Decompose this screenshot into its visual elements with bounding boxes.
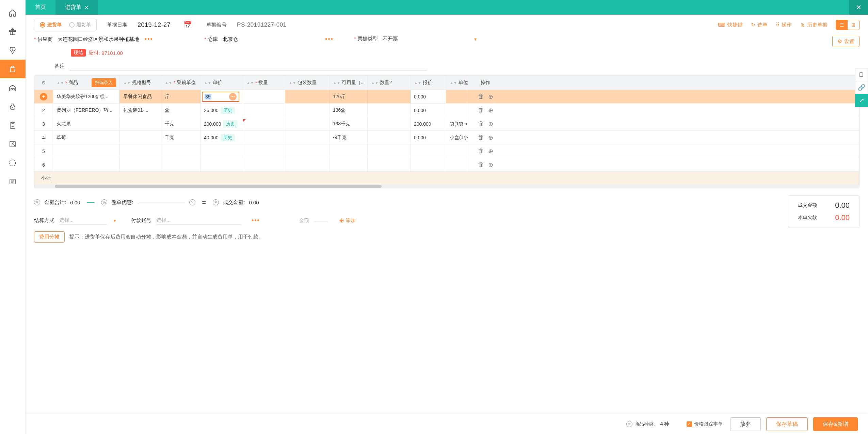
calendar-icon[interactable]: 📅 — [183, 21, 192, 29]
cell-quote[interactable]: 0.000 — [411, 104, 446, 117]
cell-unit[interactable]: 斤 — [161, 90, 200, 103]
cell-qty2[interactable] — [368, 131, 411, 144]
cell-price[interactable]: 35••• — [200, 90, 243, 103]
delete-icon[interactable]: 🗑 — [478, 148, 484, 155]
cell-unit[interactable]: 千克 — [161, 117, 200, 130]
cell-qty[interactable] — [243, 131, 285, 144]
col-price[interactable]: ▲▼单价 — [200, 76, 243, 90]
contacts-icon[interactable] — [0, 135, 26, 153]
remark-input[interactable] — [69, 62, 427, 71]
cell-price[interactable]: 40.000历史 — [200, 131, 243, 144]
col-qty2[interactable]: ▲▼数量2 — [368, 76, 411, 90]
close-app-icon[interactable]: × — [849, 0, 868, 15]
copy-icon[interactable]: ⊕ — [488, 107, 493, 114]
table-row[interactable]: + 华美华夫软饼1200g 糕... 早餐休闲食品 斤 35••• 126斤 0… — [34, 90, 859, 104]
copy-icon[interactable]: ⊕ — [488, 161, 493, 169]
cell-unit2[interactable] — [446, 90, 468, 103]
new-icon[interactable]: 新 — [0, 172, 26, 191]
delete-icon[interactable]: 🗑 — [478, 120, 484, 127]
cell-quote[interactable]: 0.000 — [411, 131, 446, 144]
cell-qty[interactable] — [243, 104, 285, 117]
expand-icon[interactable]: ⤢ — [855, 94, 868, 107]
ops-link[interactable]: ⠿操作 — [776, 22, 792, 28]
sync-icon[interactable] — [0, 153, 26, 172]
view-list-icon[interactable]: ☰ — [836, 20, 848, 30]
home-icon[interactable] — [0, 3, 26, 22]
add-row-icon[interactable]: + — [40, 93, 47, 100]
select-order-link[interactable]: ↻选单 — [751, 22, 768, 28]
cell-spec[interactable]: 早餐休闲食品 — [120, 90, 161, 103]
history-tag[interactable]: 历史 — [223, 120, 238, 128]
cell-spec[interactable] — [120, 131, 161, 144]
amount-input[interactable] — [314, 220, 327, 221]
table-row[interactable]: 6 🗑⊕ — [34, 158, 859, 172]
cell-product[interactable]: 火龙果 — [53, 117, 120, 130]
note-icon[interactable]: 🗒 — [855, 68, 868, 81]
table-row[interactable]: 5 🗑⊕ — [34, 144, 859, 158]
radio-purchase[interactable]: 进货单 — [40, 22, 62, 28]
view-grid-icon[interactable]: ⊞ — [848, 20, 859, 30]
cell-spec[interactable] — [120, 117, 161, 130]
warehouse-icon[interactable] — [0, 78, 26, 97]
delete-icon[interactable]: 🗑 — [478, 161, 484, 168]
cell-qty[interactable] — [243, 90, 285, 103]
price-input[interactable]: 35••• — [202, 92, 239, 102]
save-draft-button[interactable]: 保存草稿 — [766, 417, 808, 431]
tab-home[interactable]: 首页 — [26, 0, 55, 15]
cell-unit2[interactable]: 小盒(1小 — [446, 131, 468, 144]
save-new-button[interactable]: 保存&新增 — [813, 417, 858, 431]
chevron-down-icon[interactable]: ▾ — [114, 218, 116, 223]
table-row[interactable]: 3 火龙果 千克 200.000历史 198千克 200.000 袋(1袋 ≈ … — [34, 117, 859, 131]
cell-qty2[interactable] — [368, 104, 411, 117]
warehouse-value[interactable]: 北京仓 — [223, 36, 238, 43]
col-spec[interactable]: ▲▼规格型号 — [120, 76, 161, 90]
settings-button[interactable]: ⚙设置 — [832, 36, 859, 47]
supplier-value[interactable]: 大连花园口经济区景和水果种植基地 — [58, 36, 139, 43]
cell-pkg[interactable] — [285, 90, 329, 103]
cell-unit[interactable]: 千克 — [161, 131, 200, 144]
delete-icon[interactable]: 🗑 — [478, 134, 484, 141]
cell-quote[interactable]: 0.000 — [411, 90, 446, 103]
cell-product[interactable] — [53, 158, 120, 171]
radio-return[interactable]: 退货单 — [69, 22, 91, 28]
cell-pkg[interactable] — [285, 104, 329, 117]
col-unit[interactable]: ▲▼*采购单位 — [161, 76, 200, 90]
col-avail[interactable]: ▲▼可用量（... — [329, 76, 368, 90]
supplier-more-icon[interactable]: ••• — [145, 36, 153, 43]
cell-qty2[interactable] — [368, 90, 411, 103]
add-payment-link[interactable]: ⊕添加 — [339, 217, 356, 224]
cell-price[interactable]: 26.000历史 — [200, 104, 243, 117]
cell-unit2[interactable] — [446, 104, 468, 117]
billtype-value[interactable]: 不开票 — [383, 36, 398, 42]
copy-icon[interactable]: ⊕ — [488, 148, 493, 155]
chevron-down-icon[interactable]: ▾ — [474, 36, 477, 42]
cell-product[interactable] — [53, 144, 120, 158]
method-select[interactable]: 选择... — [59, 216, 107, 224]
cell-unit2[interactable]: 袋(1袋 ≈ — [446, 117, 468, 130]
history-tag[interactable]: 历史 — [221, 134, 235, 141]
account-select[interactable]: 选择... — [156, 216, 241, 224]
bag-icon[interactable] — [0, 60, 26, 78]
tab-purchase[interactable]: 进货单× — [55, 0, 98, 15]
price-more-icon[interactable]: ••• — [229, 93, 237, 100]
copy-icon[interactable]: ⊕ — [488, 120, 493, 128]
fee-allocate-button[interactable]: 费用分摊 — [34, 231, 65, 243]
cell-product[interactable]: 费列罗（FERRERO）巧... — [53, 104, 120, 117]
col-unit2[interactable]: ▲▼单位2 — [446, 76, 468, 90]
cell-spec[interactable]: 礼盒装01-... — [120, 104, 161, 117]
cell-price[interactable]: 200.000历史 — [200, 117, 243, 130]
col-qty[interactable]: ▲▼*数量 — [243, 76, 285, 90]
track-checkbox[interactable]: ✓价格跟踪本单 — [687, 421, 723, 427]
close-icon[interactable]: × — [85, 4, 89, 11]
history-link[interactable]: 🗎历史单据 — [800, 22, 827, 28]
col-product[interactable]: ▲▼*商品扫码录入 — [53, 76, 120, 90]
gear-col[interactable]: ⚙ — [34, 76, 53, 90]
cell-quote[interactable]: 200.000 — [411, 117, 446, 130]
discard-button[interactable]: 放弃 — [730, 417, 761, 431]
cell-pkg[interactable] — [285, 131, 329, 144]
delete-icon[interactable]: 🗑 — [478, 107, 484, 114]
table-row[interactable]: 2 费列罗（FERRERO）巧... 礼盒装01-... 盒 26.000历史 … — [34, 104, 859, 117]
account-more-icon[interactable]: ••• — [252, 217, 260, 224]
warehouse-more-icon[interactable]: ••• — [325, 36, 334, 43]
table-row[interactable]: 4 草莓 千克 40.000历史 -9千克 0.000 小盒(1小 🗑⊕ — [34, 131, 859, 144]
